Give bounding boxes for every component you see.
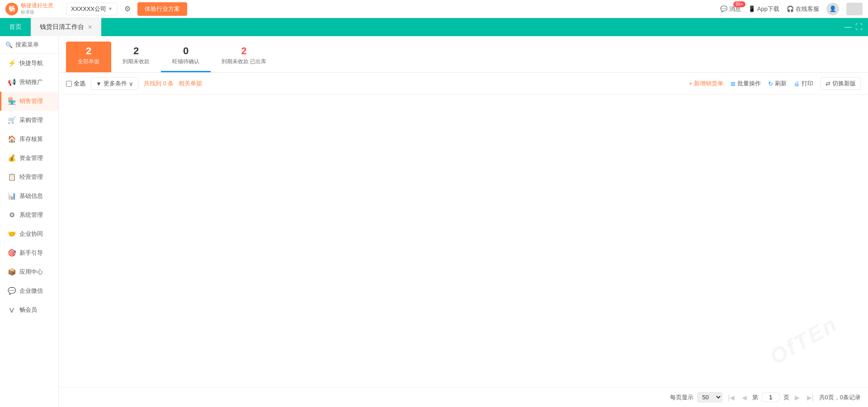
quick-nav-icon: ⚡	[8, 59, 16, 67]
stat-tab-shipped[interactable]: 2 到期未收款 已出库	[211, 42, 277, 72]
switch-icon: ⇄	[826, 80, 830, 87]
guide-icon: 🎯	[8, 249, 16, 257]
tab-bar-actions: — ⛶	[844, 23, 868, 31]
app-download-button[interactable]: 📱 App下载	[748, 5, 779, 13]
page-label-end: 页	[783, 393, 789, 402]
sidebar-item-quick-nav[interactable]: ⚡ 快捷导航	[0, 54, 58, 73]
print-icon: 🖨	[794, 80, 800, 87]
stats-tabs: 2 全部单据 2 到期未收款 0 旺铺待确认 2 到期未收款 已出库	[59, 36, 868, 73]
sidebar-search[interactable]: 🔍 搜索菜单	[0, 36, 58, 54]
wechat-icon: 💬	[8, 287, 16, 295]
stat-tab-overdue[interactable]: 2 到期未收款	[111, 42, 161, 72]
sidebar-item-system[interactable]: ⚙ 系统管理	[0, 206, 58, 225]
download-icon: 📱	[748, 5, 755, 12]
batch-icon: ⊞	[731, 80, 736, 87]
stat-tab-pending[interactable]: 0 旺铺待确认	[161, 42, 211, 72]
page-input[interactable]	[762, 393, 780, 402]
stat-num-pending: 0	[183, 45, 189, 57]
sidebar-item-enterprise-wechat[interactable]: 💬 企业微信	[0, 281, 58, 300]
result-text: 共找到 0 条 相关单据	[144, 80, 202, 88]
trial-button[interactable]: 体验行业方案	[137, 2, 187, 16]
finance-icon: 💰	[8, 154, 16, 162]
content-area: 2 全部单据 2 到期未收款 0 旺铺待确认 2 到期未收款 已出库 全选	[59, 36, 868, 407]
per-page-select[interactable]: 50 20 100	[697, 392, 722, 402]
prev-page-button[interactable]: ◀	[740, 393, 749, 402]
message-badge: 99+	[733, 1, 745, 7]
header-right: 💬 消息 99+ 📱 App下载 🎧 在线客服 👤	[720, 3, 863, 15]
avatar[interactable]: 👤	[826, 3, 839, 15]
inventory-icon: 🏠	[8, 135, 16, 143]
top-header: 畅 畅捷通好生意 标准版 XXXXXX公司 ▼ ⚙ 体验行业方案 💬 消息 99…	[0, 0, 868, 18]
refresh-icon: ↻	[768, 80, 773, 87]
sidebar-item-guide[interactable]: 🎯 新手引导	[0, 243, 58, 262]
user-menu[interactable]	[846, 3, 863, 15]
tab-workbench[interactable]: 钱货日清工作台 ✕	[31, 18, 101, 36]
sidebar-item-basic-info[interactable]: 📊 基础信息	[0, 187, 58, 206]
filter-icon: ▼	[96, 80, 102, 87]
select-all-checkbox[interactable]: 全选	[66, 80, 85, 88]
toolbar: 全选 ▼ 更多条件 ∨ 共找到 0 条 相关单据 + 新增销货单	[59, 73, 868, 95]
select-all-input[interactable]	[66, 81, 72, 87]
search-icon: 🔍	[5, 42, 13, 48]
sidebar-item-purchase[interactable]: 🛒 采购管理	[0, 111, 58, 130]
next-page-button[interactable]: ▶	[793, 393, 802, 402]
sidebar-item-inventory[interactable]: 🏠 库存核算	[0, 130, 58, 149]
stat-num-all: 2	[86, 45, 91, 57]
chevron-down-icon: ∨	[129, 80, 133, 87]
company-selector[interactable]: XXXXXX公司 ▼	[66, 3, 118, 15]
app-center-icon: 📦	[8, 268, 16, 276]
sidebar-item-app-center[interactable]: 📦 应用中心	[0, 262, 58, 281]
enterprise-icon: 🤝	[8, 230, 16, 238]
main-layout: 🔍 搜索菜单 ⚡ 快捷导航 📢 营销推广 🏪 销售管理 🛒 采购管理 🏠 库存核…	[0, 36, 868, 407]
header-left: 畅 畅捷通好生意 标准版 XXXXXX公司 ▼ ⚙ 体验行业方案	[5, 2, 187, 16]
refresh-button[interactable]: ↻ 刷新	[768, 80, 787, 88]
close-icon[interactable]: ✕	[88, 24, 92, 30]
tab-bar: 首页 钱货日清工作台 ✕ — ⛶	[0, 18, 868, 36]
sidebar-item-sales[interactable]: 🏪 销售管理	[0, 92, 58, 111]
switch-version-button[interactable]: ⇄ 切换新版	[821, 77, 861, 90]
headset-icon: 🎧	[787, 5, 794, 12]
operations-icon: 📋	[8, 173, 16, 181]
sidebar-item-operations[interactable]: 📋 经营管理	[0, 168, 58, 187]
company-name: XXXXXX公司	[71, 5, 106, 13]
stat-label-pending: 旺铺待确认	[172, 58, 199, 65]
user-icon: 👤	[829, 5, 836, 12]
batch-action-button[interactable]: ⊞ 批量操作	[731, 80, 761, 88]
sidebar-item-finance[interactable]: 💰 资金管理	[0, 149, 58, 168]
filter-button[interactable]: ▼ 更多条件 ∨	[91, 77, 138, 90]
per-page-label: 每页显示	[670, 393, 693, 402]
first-page-button[interactable]: |◀	[726, 393, 736, 402]
stat-num-overdue: 2	[133, 45, 139, 57]
message-button[interactable]: 💬 消息 99+	[720, 5, 741, 13]
purchase-icon: 🛒	[8, 116, 16, 124]
sidebar-item-marketing[interactable]: 📢 营销推广	[0, 73, 58, 92]
page-label: 第	[752, 393, 758, 402]
logo-area: 畅 畅捷通好生意 标准版	[5, 2, 53, 16]
stat-label-all: 全部单据	[78, 58, 99, 65]
minimize-icon[interactable]: —	[844, 23, 852, 31]
sales-icon: 🏪	[8, 97, 16, 105]
stat-label-shipped: 到期未收款 已出库	[222, 58, 266, 65]
sidebar-item-member[interactable]: V 畅会员	[0, 300, 58, 319]
sidebar: 🔍 搜索菜单 ⚡ 快捷导航 📢 营销推广 🏪 销售管理 🛒 采购管理 🏠 库存核…	[0, 36, 59, 407]
toolbar-right: + 新增销货单 ⊞ 批量操作 ↻ 刷新 🖨 打印 ⇄ 切换新版	[689, 77, 861, 90]
expand-icon[interactable]: ⛶	[855, 23, 863, 31]
tab-home[interactable]: 首页	[0, 18, 31, 36]
last-page-button[interactable]: ▶|	[805, 393, 816, 402]
table-area	[59, 95, 868, 387]
logo-icon: 畅	[5, 3, 18, 15]
message-icon: 💬	[720, 5, 727, 12]
pagination-bar: 每页显示 50 20 100 |◀ ◀ 第 页 ▶ ▶| 共0页，0条记录	[59, 387, 868, 407]
print-button[interactable]: 🖨 打印	[794, 80, 813, 88]
basic-info-icon: 📊	[8, 192, 16, 200]
chevron-down-icon: ▼	[108, 6, 113, 11]
add-sale-order-button[interactable]: + 新增销货单	[689, 80, 723, 88]
online-service-button[interactable]: 🎧 在线客服	[787, 5, 819, 13]
settings-icon[interactable]: ⚙	[121, 3, 134, 15]
logo-text: 畅捷通好生意 标准版	[21, 2, 53, 16]
toolbar-left: 全选 ▼ 更多条件 ∨ 共找到 0 条 相关单据	[66, 77, 202, 90]
sidebar-item-enterprise[interactable]: 🤝 企业协同	[0, 225, 58, 243]
system-icon: ⚙	[8, 211, 16, 219]
marketing-icon: 📢	[8, 78, 16, 86]
stat-tab-all[interactable]: 2 全部单据	[66, 42, 111, 72]
